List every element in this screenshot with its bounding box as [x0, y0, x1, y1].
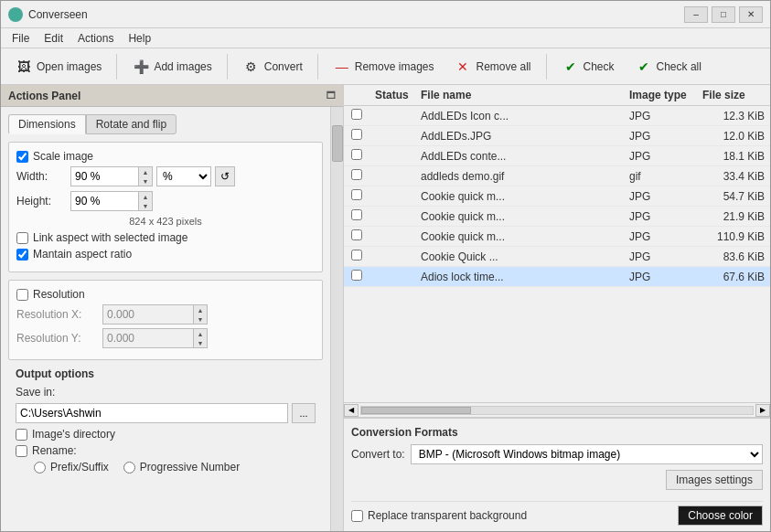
row-filesize: 54.7 KiB — [697, 186, 770, 207]
rename-checkbox[interactable] — [16, 445, 27, 457]
format-select[interactable]: BMP - (Microsoft Windows bitmap image) — [411, 444, 763, 464]
unit-select[interactable]: % px — [156, 166, 211, 186]
row-checkbox[interactable] — [351, 129, 362, 140]
height-spin-down[interactable]: ▼ — [139, 201, 152, 210]
maximize-button[interactable]: □ — [712, 6, 735, 23]
toolbar: 🖼 Open images ➕ Add images ⚙ Convert — R… — [1, 48, 770, 85]
resolution-x-spin-arrows: ▲ ▼ — [194, 304, 208, 325]
row-status — [369, 106, 415, 126]
check-all-button[interactable]: ✔ Check all — [626, 54, 710, 80]
row-imgtype: JPG — [624, 146, 697, 166]
row-checkbox[interactable] — [351, 250, 362, 261]
image-directory-label: Image's directory — [32, 428, 115, 441]
height-spinbox: 90 % ▲ ▼ — [70, 191, 153, 211]
images-settings-button[interactable]: Images settings — [666, 470, 763, 490]
restore-panel-button[interactable]: 🗖 — [327, 90, 336, 101]
check-label: Check — [584, 60, 615, 73]
minimize-button[interactable]: – — [684, 6, 708, 23]
height-input[interactable]: 90 % — [70, 191, 139, 211]
panel-scrollbar[interactable] — [330, 107, 343, 532]
scroll-track[interactable] — [360, 406, 754, 415]
width-spin-up[interactable]: ▲ — [139, 167, 152, 176]
image-directory-checkbox[interactable] — [16, 429, 27, 441]
row-status — [369, 267, 415, 287]
progressive-number-radio[interactable] — [123, 462, 135, 473]
row-checkbox[interactable] — [351, 189, 362, 200]
menu-edit[interactable]: Edit — [37, 30, 70, 47]
scroll-left-button[interactable]: ◀ — [344, 404, 359, 417]
remove-all-button[interactable]: ✕ Remove all — [445, 54, 539, 80]
scale-image-checkbox[interactable] — [16, 151, 28, 163]
resolution-x-input[interactable]: 0.000 — [102, 304, 194, 325]
add-images-icon: ➕ — [132, 58, 150, 76]
tab-dimensions[interactable]: Dimensions — [8, 114, 86, 134]
scale-image-row: Scale image — [16, 150, 315, 163]
scroll-right-button[interactable]: ▶ — [755, 404, 770, 417]
row-filesize: 12.0 KiB — [697, 126, 770, 146]
row-filename: Cookie Quick ... — [415, 247, 624, 267]
row-filename: Adios lock time... — [415, 267, 624, 287]
height-spin-arrows: ▲ ▼ — [139, 191, 153, 211]
resolution-section: Resolution Resolution X: 0.000 ▲ ▼ — [8, 280, 323, 360]
convert-button[interactable]: ⚙ Convert — [234, 54, 311, 80]
tab-row: Dimensions Rotate and flip — [8, 114, 323, 134]
row-checkbox[interactable] — [351, 229, 362, 240]
check-all-icon: ✔ — [635, 58, 653, 76]
row-checkbox[interactable] — [351, 270, 362, 281]
open-images-button[interactable]: 🖼 Open images — [6, 54, 110, 80]
row-imgtype: JPG — [624, 227, 697, 247]
choose-color-button[interactable]: Choose color — [678, 505, 763, 526]
width-input[interactable]: 90 % — [70, 166, 139, 186]
path-input[interactable]: C:\Users\Ashwin — [16, 403, 288, 423]
table-header-row: Status File name Image type File size — [344, 85, 770, 106]
horizontal-scrollbar[interactable]: ◀ ▶ — [344, 402, 770, 417]
row-checkbox[interactable] — [351, 109, 362, 120]
path-row: C:\Users\Ashwin ... — [16, 403, 316, 423]
browse-button[interactable]: ... — [292, 403, 316, 423]
row-checkbox[interactable] — [351, 209, 362, 220]
tab-rotate-flip[interactable]: Rotate and flip — [86, 114, 177, 134]
check-all-label: Check all — [657, 60, 701, 73]
row-checkbox[interactable] — [351, 149, 362, 160]
height-row: Height: 90 % ▲ ▼ — [16, 191, 315, 211]
resolution-y-input[interactable]: 0.000 — [102, 328, 194, 348]
maintain-aspect-checkbox[interactable] — [16, 249, 28, 261]
res-y-spin-down[interactable]: ▼ — [194, 338, 207, 347]
table-row: Cookie quick m... JPG 21.9 KiB — [344, 207, 770, 227]
prefix-suffix-radio[interactable] — [34, 462, 46, 473]
menu-file[interactable]: File — [5, 30, 37, 47]
check-button[interactable]: ✔ Check — [553, 54, 623, 80]
refresh-button[interactable]: ↺ — [215, 166, 235, 186]
remove-images-icon: — — [333, 58, 351, 76]
output-section: Output options Save in: C:\Users\Ashwin … — [8, 367, 323, 484]
add-images-button[interactable]: ➕ Add images — [123, 54, 220, 80]
scroll-thumb[interactable] — [361, 407, 471, 414]
image-directory-row: Image's directory — [16, 428, 316, 441]
res-y-spin-up[interactable]: ▲ — [194, 329, 207, 338]
output-options-title: Output options — [16, 367, 316, 380]
prefix-suffix-row: Prefix/Suffix — [34, 461, 109, 473]
file-scroll-container[interactable]: Status File name Image type File size Ad… — [344, 85, 770, 402]
res-x-spin-down[interactable]: ▼ — [194, 314, 207, 324]
height-spin-up[interactable]: ▲ — [139, 192, 152, 201]
rename-row: Rename: — [16, 444, 316, 457]
main-area: Actions Panel 🗖 Dimensions Rotate and fl… — [1, 85, 770, 532]
link-aspect-row: Link aspect with selected image — [16, 231, 315, 244]
row-checkbox[interactable] — [351, 169, 362, 180]
res-x-spin-up[interactable]: ▲ — [194, 305, 207, 314]
menu-actions[interactable]: Actions — [70, 30, 121, 47]
remove-images-button[interactable]: — Remove images — [325, 54, 443, 80]
replace-transparent-checkbox[interactable] — [351, 510, 363, 522]
progressive-number-label: Progressive Number — [140, 461, 240, 473]
width-spin-down[interactable]: ▼ — [139, 176, 152, 186]
link-aspect-checkbox[interactable] — [16, 232, 28, 244]
menu-help[interactable]: Help — [121, 30, 158, 47]
row-checkbox-cell — [344, 247, 369, 267]
close-button[interactable]: ✕ — [739, 6, 763, 23]
convert-to-row: Convert to: BMP - (Microsoft Windows bit… — [351, 444, 763, 464]
check-icon: ✔ — [562, 58, 580, 76]
col-header-status: Status — [369, 85, 415, 106]
row-filesize: 18.1 KiB — [697, 146, 770, 166]
separator-1 — [116, 54, 117, 80]
resolution-checkbox[interactable] — [16, 289, 28, 301]
